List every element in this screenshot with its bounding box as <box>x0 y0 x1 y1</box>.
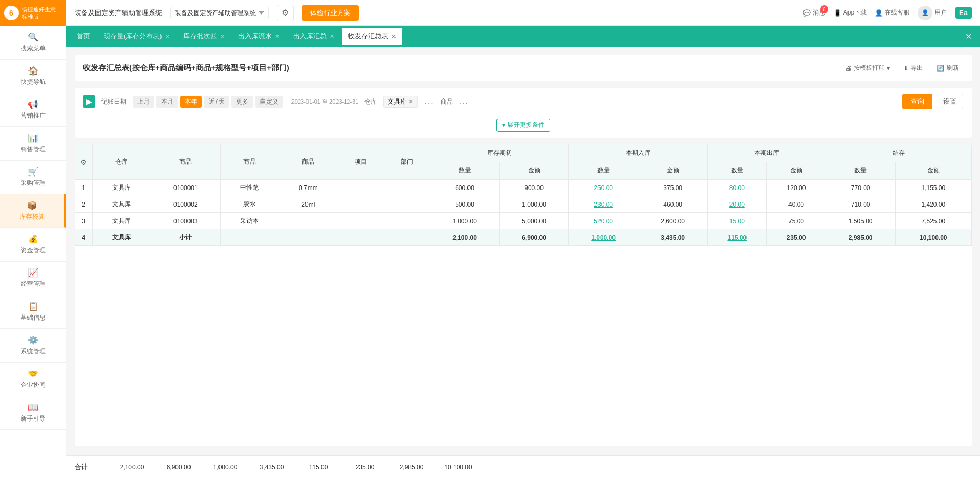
tab-flow[interactable]: 出入库流水 ✕ <box>232 28 286 45</box>
row2-project <box>338 196 384 213</box>
message-button[interactable]: 💬 消息 6 <box>803 8 825 17</box>
col-outgoing-amount-header: 金额 <box>767 162 826 180</box>
row3-closing-qty: 1,505.00 <box>826 213 895 229</box>
sidebar-item-guide[interactable]: 📖 新手引导 <box>0 396 66 430</box>
row3-incoming-qty[interactable]: 520.00 <box>569 213 638 229</box>
subtotal-warehouse: 文具库 <box>93 229 151 246</box>
row2-product-spec: 20ml <box>279 196 338 213</box>
tab-batch-close[interactable]: ✕ <box>220 33 225 40</box>
service-button[interactable]: 👤 在线客服 <box>875 8 910 17</box>
row1-outgoing-amount: 120.00 <box>767 180 826 196</box>
row2-closing-qty: 710.00 <box>826 196 895 213</box>
tab-batch[interactable]: 库存批次账 ✕ <box>177 28 231 45</box>
date-btn-prev-month[interactable]: 上月 <box>133 96 154 108</box>
subtotal-outgoing-qty[interactable]: 115.00 <box>708 229 767 246</box>
row1-incoming-qty[interactable]: 250.00 <box>569 180 638 196</box>
tab-batch-label: 库存批次账 <box>183 32 217 41</box>
sidebar-item-label: 搜索菜单 <box>21 44 46 53</box>
sidebar-item-system[interactable]: ⚙️ 系统管理 <box>0 329 66 363</box>
date-btn-custom[interactable]: 自定义 <box>255 96 283 108</box>
settings-button[interactable]: ⚙ <box>277 5 294 21</box>
date-btn-more[interactable]: 更多 <box>231 96 253 108</box>
date-btn-7days[interactable]: 近7天 <box>204 96 229 108</box>
row2-incoming-qty[interactable]: 230.00 <box>569 196 638 213</box>
warehouse-tag[interactable]: 文具库 ✕ <box>383 96 418 108</box>
warehouse-tag-close[interactable]: ✕ <box>408 98 413 105</box>
sidebar-item-business[interactable]: 📈 经营管理 <box>0 262 66 295</box>
tab-stock-dist-close[interactable]: ✕ <box>165 33 170 40</box>
product-dots[interactable]: ... <box>459 97 469 106</box>
date-buttons: 上月 本月 本年 近7天 更多 自定义 <box>133 96 283 108</box>
sidebar-item-sales[interactable]: 📊 销售管理 <box>0 127 66 161</box>
col-settings-header[interactable]: ⚙ <box>75 144 93 180</box>
sidebar-item-purchase[interactable]: 🛒 采购管理 <box>0 161 66 194</box>
service-label: 在线客服 <box>885 8 910 17</box>
tab-recv-send-close[interactable]: ✕ <box>391 33 396 40</box>
page-header: 收发存汇总表(按仓库+商品编码+商品+规格型号+项目+部门) 🖨 按模板打印 ▾… <box>75 55 972 81</box>
total-label: 合计 <box>75 462 88 472</box>
search-icon: 🔍 <box>28 32 38 42</box>
sidebar-item-collab[interactable]: 🤝 企业协同 <box>0 363 66 396</box>
top-header: 装备及固定资产辅助管理系统 装备及固定资产辅助管理系统 ⚙ 体验行业方案 💬 消… <box>66 0 980 26</box>
row2-incoming-amount: 460.00 <box>638 196 708 213</box>
col-closing-header: 结存 <box>826 144 971 162</box>
subtotal-no: 4 <box>75 229 93 246</box>
subtotal-opening-qty: 2,100.00 <box>430 229 500 246</box>
app-download-button[interactable]: 📱 App下载 <box>833 8 867 17</box>
row2-outgoing-qty[interactable]: 20.00 <box>708 196 767 213</box>
row2-opening-qty: 500.00 <box>430 196 500 213</box>
sidebar-item-inventory[interactable]: 📦 库存核算 <box>0 194 66 228</box>
row2-opening-amount: 1,000.00 <box>500 196 569 213</box>
tab-summary-out-close[interactable]: ✕ <box>330 33 334 40</box>
date-btn-this-month[interactable]: 本月 <box>156 96 178 108</box>
row3-outgoing-qty[interactable]: 15.00 <box>708 213 767 229</box>
table-row: 3 文具库 0100003 采访本 1,000.00 5,000.00 520.… <box>75 213 972 229</box>
row1-project <box>338 180 384 196</box>
export-label: 导出 <box>911 64 923 73</box>
subtotal-incoming-qty[interactable]: 1,000.00 <box>569 229 638 246</box>
settings-filter-button[interactable]: 设置 <box>937 94 963 109</box>
tab-bar-close-button[interactable]: ✕ <box>961 32 976 41</box>
tab-flow-label: 出入库流水 <box>238 32 272 41</box>
row2-outgoing-amount: 40.00 <box>767 196 826 213</box>
expand-conditions-button[interactable]: ▾ 展开更多条件 <box>496 119 550 132</box>
ea-badge[interactable]: Ea <box>955 7 972 19</box>
col-project-header: 项目 <box>338 144 384 180</box>
subtotal-empty3 <box>338 229 384 246</box>
tab-home[interactable]: 首页 <box>70 28 96 45</box>
tab-stock-dist[interactable]: 现存量(库存分布表) ✕ <box>97 28 176 45</box>
total-incoming-qty: 1,000.00 <box>202 463 248 471</box>
sidebar-item-quick-nav[interactable]: 🏠 快捷导航 <box>0 60 66 93</box>
col-product-code-header: 商品 <box>151 144 220 180</box>
tab-flow-close[interactable]: ✕ <box>275 33 280 40</box>
query-button[interactable]: 查询 <box>902 94 932 109</box>
message-icon: 💬 <box>803 9 811 17</box>
date-btn-this-year[interactable]: 本年 <box>180 96 202 108</box>
row1-warehouse: 文具库 <box>93 180 151 196</box>
col-closing-amount-header: 金额 <box>895 162 971 180</box>
product-label: 商品 <box>441 97 453 106</box>
sidebar-item-basic[interactable]: 📋 基础信息 <box>0 295 66 329</box>
print-button[interactable]: 🖨 按模板打印 ▾ <box>841 61 895 75</box>
tab-summary-out[interactable]: 出入库汇总 ✕ <box>287 28 341 45</box>
warehouse-dots[interactable]: ... <box>424 97 434 106</box>
system-select[interactable]: 装备及固定资产辅助管理系统 <box>170 7 269 19</box>
trial-button[interactable]: 体验行业方案 <box>302 5 359 21</box>
tab-recv-send[interactable]: 收发存汇总表 ✕ <box>342 28 402 45</box>
refresh-button[interactable]: 🔄 刷新 <box>932 61 963 75</box>
sidebar-item-search[interactable]: 🔍 搜索菜单 <box>0 26 66 60</box>
sidebar-item-marketing[interactable]: 📢 营销推广 <box>0 93 66 127</box>
export-button[interactable]: ⬇ 导出 <box>899 61 928 75</box>
user-button[interactable]: 👤 用户 <box>918 6 947 20</box>
table-settings-icon[interactable]: ⚙ <box>80 158 87 166</box>
filter-toggle-button[interactable]: ▶ <box>83 95 95 108</box>
expand-icon: ▾ <box>502 122 505 129</box>
sidebar-item-label: 资金管理 <box>21 246 46 255</box>
logo-icon: 6 <box>4 6 19 20</box>
col-opening-qty-header: 数量 <box>430 162 500 180</box>
filter-area: ▶ 记账日期 上月 本月 本年 近7天 更多 自定义 2023-01-01 至 … <box>75 88 972 138</box>
sidebar-item-finance[interactable]: 💰 资金管理 <box>0 228 66 262</box>
total-closing-amount: 10,100.00 <box>435 463 481 471</box>
row1-outgoing-qty[interactable]: 80.00 <box>708 180 767 196</box>
col-closing-qty-header: 数量 <box>826 162 895 180</box>
